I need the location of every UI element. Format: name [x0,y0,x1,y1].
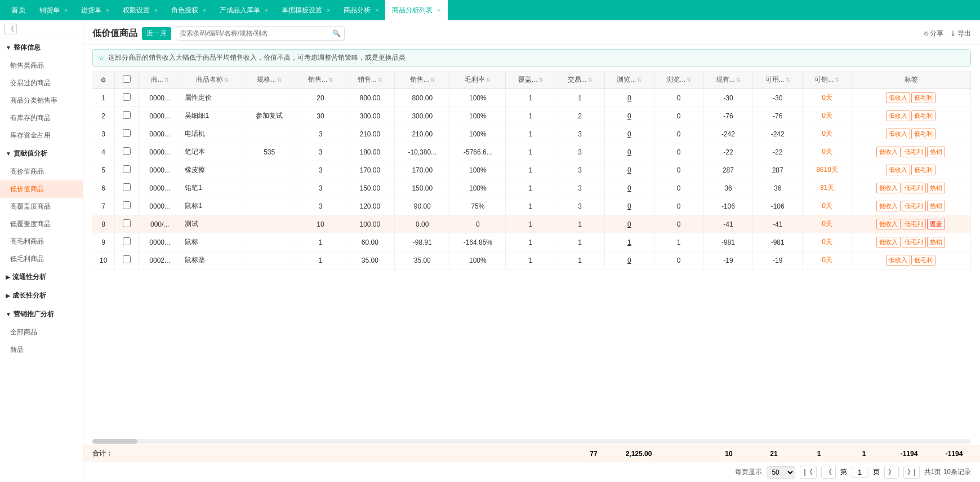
nav-roles[interactable]: 角色授权 × [164,0,213,20]
col-coverage[interactable]: 覆盖...⇅ [506,71,555,89]
col-stock-available[interactable]: 可用...⇅ [753,71,803,89]
sidebar-item-transacted[interactable]: 交易过的商品 [0,74,83,92]
row-select-checkbox[interactable] [123,111,131,119]
search-input[interactable] [180,29,332,37]
nav-template-settings[interactable]: 单据模板设置 × [275,0,337,20]
row-checkbox[interactable] [115,215,139,233]
sidebar-item-sales-products[interactable]: 销售类商品 [0,57,83,74]
sidebar-section-marketing[interactable]: ▼ 营销推广分析 [0,305,83,324]
next-page-btn[interactable]: 》 [884,466,899,479]
row-select-checkbox[interactable] [123,255,131,263]
sidebar-item-all-products[interactable]: 全部商品 [0,324,83,341]
select-all-checkbox[interactable] [123,75,131,83]
sidebar-item-low-coverage[interactable]: 低覆盖度商品 [0,215,83,233]
row-view1[interactable]: 0 [604,179,654,197]
nav-finished-goods-close[interactable]: × [265,7,268,14]
col-checkbox[interactable] [115,71,139,89]
page-number-input[interactable] [852,467,868,478]
row-checkbox[interactable] [115,197,139,215]
col-sale-qty[interactable]: 销售...⇅ [296,71,345,89]
nav-permissions[interactable]: 权限设置 × [116,0,164,20]
row-select-checkbox[interactable] [123,147,131,155]
row-select-checkbox[interactable] [123,183,131,191]
col-spec[interactable]: 规格...⇅ [243,71,296,89]
horizontal-scrollbar[interactable] [92,439,971,444]
nav-home[interactable]: 首页 [5,0,33,20]
row-view1[interactable]: 1 [604,233,654,251]
filter-period-btn[interactable]: 近一月 [142,27,171,40]
col-stock-saleable[interactable]: 可销...⇅ [803,71,852,89]
sidebar-item-category-rate[interactable]: 商品分类销售率 [0,92,83,109]
row-view1[interactable]: 0 [604,251,654,269]
sidebar-item-stock-funds[interactable]: 库存资金占用 [0,127,83,144]
row-select-checkbox[interactable] [123,237,131,245]
view1-link[interactable]: 0 [627,130,631,138]
row-checkbox[interactable] [115,143,139,161]
row-checkbox[interactable] [115,161,139,179]
sidebar-collapse-btn[interactable]: 《 [5,24,17,34]
row-view1[interactable]: 0 [604,143,654,161]
row-checkbox[interactable] [115,125,139,143]
nav-product-analysis-list[interactable]: 商品分析列表 × [385,0,447,20]
view1-link[interactable]: 0 [627,94,631,102]
sidebar-item-new-products[interactable]: 新品 [0,341,83,359]
view1-link[interactable]: 0 [627,112,631,120]
row-checkbox[interactable] [115,107,139,125]
row-select-checkbox[interactable] [123,93,131,101]
share-btn[interactable]: ⎋ 分享 [924,29,943,38]
row-view1[interactable]: 0 [604,161,654,179]
sidebar-section-contribution[interactable]: ▼ 贡献值分析 [0,144,83,163]
row-view1[interactable]: 0 [604,89,654,107]
last-page-btn[interactable]: 》| [903,466,920,479]
row-checkbox[interactable] [115,233,139,251]
view1-link[interactable]: 0 [627,257,631,264]
sidebar-item-low-value[interactable]: 低价值商品 [0,180,83,198]
nav-permissions-close[interactable]: × [154,7,158,14]
col-sale-amount[interactable]: 销售...⇅ [395,71,450,89]
nav-product-analysis-close[interactable]: × [375,7,378,14]
scroll-thumb[interactable] [92,439,137,444]
view1-link[interactable]: 0 [627,166,631,174]
nav-purchase[interactable]: 进货单 × [74,0,116,20]
per-page-select[interactable]: 50 100 200 [767,466,795,479]
sidebar-section-overview[interactable]: ▼ 整体信息 [0,38,83,57]
row-view1[interactable]: 0 [604,215,654,233]
col-tag[interactable]: 标签 [852,71,970,89]
sidebar-item-in-stock[interactable]: 有库存的商品 [0,109,83,127]
col-sale-price[interactable]: 销售...⇅ [345,71,395,89]
row-select-checkbox[interactable] [123,165,131,173]
search-input-wrap[interactable]: 🔍 [176,26,345,41]
nav-roles-close[interactable]: × [203,7,206,14]
col-transaction[interactable]: 交易...⇅ [555,71,605,89]
row-checkbox[interactable] [115,251,139,269]
nav-purchase-close[interactable]: × [106,7,109,14]
nav-template-settings-close[interactable]: × [327,7,330,14]
sidebar-item-high-value[interactable]: 高价值商品 [0,163,83,180]
row-checkbox[interactable] [115,89,139,107]
nav-sales-close[interactable]: × [64,7,68,14]
row-checkbox[interactable] [115,179,139,197]
view1-link[interactable]: 0 [627,148,631,156]
nav-product-analysis[interactable]: 商品分析 × [337,0,385,20]
view1-link[interactable]: 0 [627,220,631,228]
row-view1[interactable]: 0 [604,125,654,143]
nav-product-analysis-list-close[interactable]: × [437,7,440,14]
view1-link[interactable]: 0 [627,184,631,192]
col-stock-current[interactable]: 现有...⇅ [703,71,753,89]
view1-link[interactable]: 1 [627,238,631,246]
view1-link[interactable]: 0 [627,202,631,210]
col-name[interactable]: 商品名称⇅ [181,71,243,89]
nav-sales[interactable]: 销货单 × [33,0,74,20]
col-gross-margin[interactable]: 毛利率⇅ [450,71,506,89]
sidebar-item-low-margin[interactable]: 低毛利商品 [0,250,83,268]
row-select-checkbox[interactable] [123,219,131,227]
sidebar-section-circulation[interactable]: ▶ 流通性分析 [0,268,83,286]
col-view1[interactable]: 浏览...⇅ [604,71,654,89]
sidebar-item-high-margin[interactable]: 高毛利商品 [0,233,83,250]
col-view2[interactable]: 浏览...⇅ [654,71,703,89]
nav-finished-goods[interactable]: 产成品入库单 × [213,0,275,20]
prev-page-btn[interactable]: 《 [821,466,836,479]
sidebar-item-high-coverage[interactable]: 高覆盖度商品 [0,198,83,215]
row-view1[interactable]: 0 [604,197,654,215]
col-code[interactable]: 商...⇅ [138,71,181,89]
